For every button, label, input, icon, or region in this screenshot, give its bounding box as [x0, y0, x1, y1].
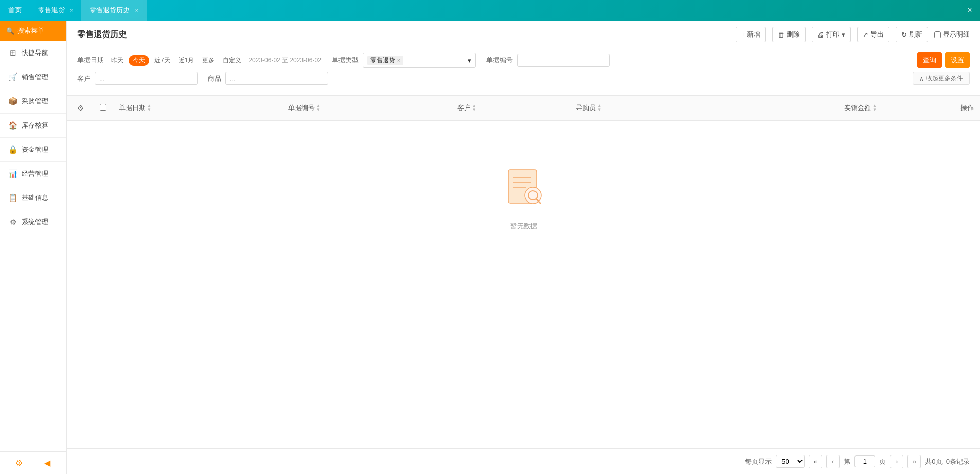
- nav-icon-inventory: 🏠: [8, 121, 17, 130]
- sidebar-search[interactable]: 🔍 搜索菜单: [0, 21, 66, 41]
- doc-no-filter: 单据编号: [486, 54, 610, 67]
- filter-row-2: 客户 ... 商品 ...: [77, 72, 970, 89]
- query-actions: 查询 设置: [917, 52, 970, 68]
- sidebar-item-base-info[interactable]: 📋 基础信息: [0, 186, 66, 210]
- date-label: 单据日期: [77, 56, 104, 65]
- delete-button[interactable]: 🗑 删除: [772, 27, 806, 42]
- print-icon: 🖨: [817, 31, 824, 39]
- tab-label-retail-return: 零售退货: [38, 6, 65, 15]
- empty-state: 暂无数据: [67, 121, 980, 272]
- tab-home[interactable]: 首页: [0, 0, 30, 21]
- sidebar-item-finance[interactable]: 🔒 资金管理: [0, 138, 66, 162]
- goods-select[interactable]: ...: [225, 72, 328, 85]
- sidebar-item-sales-mgmt[interactable]: 🛒 销售管理: [0, 65, 66, 89]
- nav-label-purchase-mgmt: 采购管理: [22, 97, 48, 106]
- first-page-button[interactable]: «: [809, 455, 822, 468]
- goods-label: 商品: [208, 74, 221, 83]
- next-page-button[interactable]: ›: [890, 455, 903, 468]
- refresh-button[interactable]: ↻ 刷新: [896, 27, 928, 42]
- date-more-btn[interactable]: 更多: [199, 55, 218, 66]
- date-yesterday-btn[interactable]: 昨天: [108, 55, 127, 66]
- customer-label: 客户: [77, 74, 91, 83]
- sidebar-item-purchase-mgmt[interactable]: 📦 采购管理: [0, 89, 66, 114]
- doc-type-select[interactable]: 零售退货 × ▾: [363, 53, 476, 68]
- prev-page-button[interactable]: ‹: [826, 455, 840, 468]
- doc-date-sort-arrows: ▲▼: [147, 104, 151, 112]
- goods-filter: 商品 ...: [208, 72, 328, 85]
- nav-icon-sales-mgmt: 🛒: [8, 72, 17, 82]
- collapse-icon: ∧: [919, 75, 924, 82]
- search-menu-label: 搜索菜单: [17, 26, 44, 35]
- col-guide: 导购员 ▲▼: [569, 96, 714, 121]
- doc-no-label: 单据编号: [486, 56, 513, 65]
- sidebar-item-quick-nav[interactable]: ⊞ 快捷导航: [0, 41, 66, 65]
- page-header: 零售退货历史 + 新增 🗑 删除 🖨 打印 ▾ ↗ 导出: [67, 21, 980, 96]
- guide-sort[interactable]: 导购员 ▲▼: [576, 103, 601, 113]
- select-all-checkbox[interactable]: [100, 104, 106, 111]
- doc-no-sort[interactable]: 单据编号 ▲▼: [288, 103, 320, 113]
- show-detail-checkbox[interactable]: [934, 31, 941, 38]
- page-size-select[interactable]: 10 20 50 100: [776, 455, 805, 468]
- customer-select[interactable]: ...: [95, 72, 198, 85]
- sidebar-item-sys-mgmt[interactable]: ⚙ 系统管理: [0, 210, 66, 234]
- print-button[interactable]: 🖨 打印 ▾: [812, 27, 851, 42]
- show-detail-checkbox-label[interactable]: 显示明细: [934, 30, 970, 39]
- col-doc-date: 单据日期 ▲▼: [113, 96, 282, 121]
- collapse-btn-container: ∧ 收起更多条件: [913, 72, 970, 85]
- tab-close-retail-return-history[interactable]: ×: [135, 7, 138, 13]
- tab-retail-return[interactable]: 零售退货×: [30, 0, 81, 21]
- customer-sort[interactable]: 客户 ▲▼: [457, 103, 476, 113]
- total-records-text: 共0页, 0条记录: [925, 457, 970, 466]
- sidebar-item-inventory[interactable]: 🏠 库存核算: [0, 114, 66, 138]
- print-dropdown-icon: ▾: [842, 31, 845, 39]
- col-amount: 实销金额 ▲▼: [714, 96, 883, 121]
- date-1month-btn[interactable]: 近1月: [175, 55, 198, 66]
- current-page-input[interactable]: [854, 455, 875, 467]
- sidebar-collapse-button[interactable]: ◀: [39, 455, 56, 471]
- doc-date-sort[interactable]: 单据日期 ▲▼: [119, 103, 151, 113]
- page-label-prefix: 第: [844, 457, 850, 466]
- search-icon: 🔍: [6, 27, 14, 35]
- last-page-button[interactable]: »: [907, 455, 921, 468]
- nav-label-quick-nav: 快捷导航: [22, 48, 48, 58]
- doc-type-tag-close[interactable]: ×: [397, 57, 400, 63]
- nav-icon-quick-nav: ⊞: [8, 48, 17, 58]
- settings-button[interactable]: 设置: [945, 52, 970, 68]
- date-range-display: 2023-06-02 至 2023-06-02: [248, 56, 321, 65]
- page-header-top: 零售退货历史 + 新增 🗑 删除 🖨 打印 ▾ ↗ 导出: [77, 27, 970, 42]
- main-layout: 🔍 搜索菜单 ⊞ 快捷导航 🛒 销售管理 📦 采购管理 🏠 库存核算 🔒 资金管…: [0, 21, 980, 474]
- table-header-row: ⚙ 单据日期 ▲▼: [67, 96, 980, 121]
- amount-sort[interactable]: 实销金额 ▲▼: [844, 103, 877, 113]
- date-7days-btn[interactable]: 近7天: [151, 55, 173, 66]
- goods-placeholder: ...: [230, 75, 236, 82]
- tab-close-retail-return[interactable]: ×: [70, 7, 73, 13]
- date-custom-btn[interactable]: 自定义: [220, 55, 244, 66]
- empty-text: 暂无数据: [510, 222, 537, 231]
- doc-no-input[interactable]: [517, 54, 610, 67]
- tab-label-home: 首页: [8, 6, 22, 15]
- tab-retail-return-history[interactable]: 零售退货历史×: [81, 0, 146, 21]
- customer-placeholder: ...: [99, 75, 105, 82]
- col-action: 操作: [883, 96, 980, 121]
- nav-label-sales-mgmt: 销售管理: [22, 72, 48, 82]
- export-button[interactable]: ↗ 导出: [857, 27, 889, 42]
- query-button[interactable]: 查询: [917, 52, 942, 68]
- nav-label-operation: 经营管理: [22, 169, 48, 178]
- data-table: ⚙ 单据日期 ▲▼: [67, 96, 980, 121]
- doc-type-tag: 零售退货 ×: [367, 56, 403, 65]
- sidebar-item-operation[interactable]: 📊 经营管理: [0, 162, 66, 186]
- table-section: ⚙ 单据日期 ▲▼: [67, 96, 980, 474]
- collapse-filters-button[interactable]: ∧ 收起更多条件: [913, 72, 970, 85]
- col-checkbox: [94, 96, 113, 121]
- date-filter: 单据日期 昨天 今天 近7天 近1月 更多 自定义 2023-06-02 至 2…: [77, 55, 322, 66]
- export-icon: ↗: [863, 31, 868, 39]
- window-close-button[interactable]: ×: [959, 0, 980, 21]
- column-settings-button[interactable]: ⚙: [73, 101, 87, 115]
- add-button[interactable]: + 新增: [736, 27, 766, 42]
- date-today-btn[interactable]: 今天: [129, 55, 149, 66]
- doc-no-sort-arrows: ▲▼: [316, 104, 320, 112]
- col-customer: 客户 ▲▼: [451, 96, 570, 121]
- sidebar: 🔍 搜索菜单 ⊞ 快捷导航 🛒 销售管理 📦 采购管理 🏠 库存核算 🔒 资金管…: [0, 21, 67, 474]
- sidebar-gear-button[interactable]: ⚙: [11, 455, 27, 471]
- header-actions: + 新增 🗑 删除 🖨 打印 ▾ ↗ 导出 ↻: [736, 27, 970, 42]
